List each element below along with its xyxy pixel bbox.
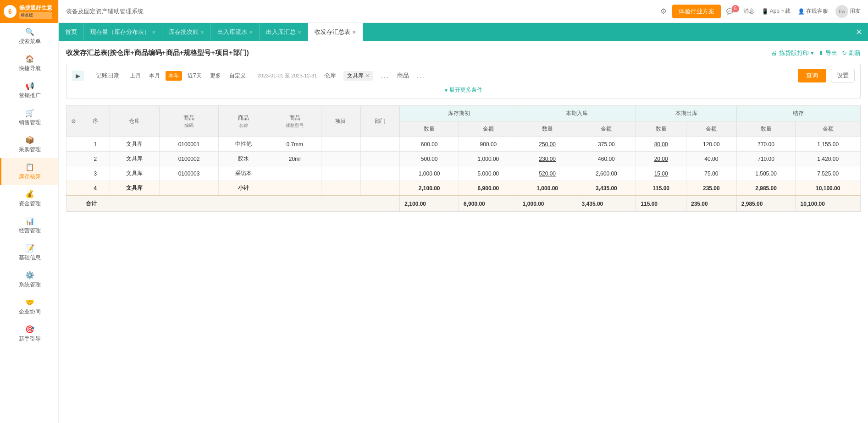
tab-home[interactable]: 首页	[59, 23, 84, 41]
print-button[interactable]: 🖨 拣货版打印 ▾	[771, 49, 814, 57]
col-dept: 部门	[360, 106, 400, 137]
tab-close-stock_dist[interactable]: ✕	[152, 30, 155, 35]
sidebar-item-quicknav[interactable]: 🏠快捷导航	[0, 50, 58, 77]
app-icon: 📱	[762, 8, 768, 15]
footer-balance-qty: 2,985.00	[736, 196, 796, 212]
goods-filter-dots[interactable]: ...	[416, 71, 425, 80]
date-opt-7days[interactable]: 近7天	[185, 71, 205, 81]
row-settings[interactable]	[66, 166, 81, 181]
filter-setting-button[interactable]: 设置	[831, 69, 855, 82]
sidebar-item-purchase[interactable]: 📦采购管理	[0, 131, 58, 158]
row-settings[interactable]	[66, 152, 81, 166]
row-balance-qty: 1,505.00	[736, 166, 796, 181]
trial-button[interactable]: 体验行业方案	[672, 5, 721, 18]
col-project: 项目	[321, 106, 361, 137]
row-warehouse: 文具库	[110, 152, 159, 166]
row-out-qty[interactable]: 20.00	[636, 152, 686, 166]
sidebar-item-system[interactable]: ⚙️系统管理	[0, 266, 58, 293]
date-options: 上月 本月 本年 近7天 更多 自定义	[127, 71, 249, 81]
message-label: 消息	[743, 7, 754, 15]
row-project	[321, 181, 361, 196]
date-opt-last-month[interactable]: 上月	[127, 71, 144, 81]
tabbar: 首页现存量（库存分布表） ✕库存批次账 ✕出入库流水 ✕出入库汇总 ✕收发存汇总…	[59, 23, 868, 41]
tab-stock_dist[interactable]: 现存量（库存分布表） ✕	[84, 23, 162, 41]
col-group-balance: 结存	[736, 106, 860, 121]
sidebar-item-label: 企业协同	[19, 308, 41, 316]
sidebar-item-sales[interactable]: 🛒销售管理	[0, 104, 58, 131]
col-settings[interactable]: ⚙	[66, 106, 81, 137]
sidebar-item-finance[interactable]: 💰资金管理	[0, 185, 58, 212]
footer-row: 合计 2,100.00 6,900.00 1,000.00 3,435.00 1…	[66, 196, 861, 212]
row-in-qty[interactable]: 230.00	[518, 152, 577, 166]
row-opening-qty: 500.00	[400, 152, 459, 166]
row-name: 中性笔	[218, 137, 268, 152]
warehouse-filter-dots[interactable]: ...	[381, 71, 389, 80]
row-settings[interactable]	[66, 181, 81, 196]
footer-opening-amt: 6,900.00	[459, 196, 518, 212]
message-badge: 6	[732, 5, 739, 12]
tab-recv_send[interactable]: 收发存汇总表 ✕	[308, 23, 363, 41]
date-opt-this-month[interactable]: 本月	[146, 71, 163, 81]
user-action[interactable]: Ea 用友	[835, 5, 861, 18]
tab-close-recv_send[interactable]: ✕	[352, 30, 356, 35]
warehouse-filter-label: 仓库	[324, 71, 336, 80]
date-opt-this-year[interactable]: 本年	[166, 71, 182, 81]
query-button[interactable]: 查询	[798, 69, 826, 82]
date-opt-custom[interactable]: 自定义	[227, 71, 249, 81]
sidebar-item-enterprise[interactable]: 🤝企业协同	[0, 293, 58, 320]
expand-filter-row[interactable]: ▾ 展开更多条件	[72, 86, 855, 94]
row-opening-amt: 1,000.00	[459, 152, 518, 166]
sidebar-item-basic[interactable]: 📝基础信息	[0, 239, 58, 266]
row-in-amt: 2,600.00	[577, 166, 636, 181]
refresh-button[interactable]: ↻ 刷新	[842, 49, 861, 57]
table-header-row-1: ⚙ 序 仓库 商品编码 商品名称 商品规格型号 项目 部门 库存期初 本期入库 …	[66, 106, 861, 121]
sidebar-item-label: 经营管理	[19, 227, 41, 235]
message-action[interactable]: 💬 6 消息	[726, 7, 754, 15]
sidebar-item-search[interactable]: 🔍搜索菜单	[0, 23, 58, 50]
warehouse-tag-remove[interactable]: ✕	[365, 73, 370, 79]
date-opt-more[interactable]: 更多	[207, 71, 224, 81]
page-title: 收发存汇总表(按仓库+商品编码+商品+规格型号+项目+部门)	[66, 49, 249, 57]
settings-icon[interactable]: ⚙	[660, 7, 667, 16]
main-area: 装备及固定资产辅助管理系统 ⚙ 体验行业方案 💬 6 消息 📱 App下载 👤 …	[59, 0, 868, 423]
sidebar-item-label: 快捷导航	[19, 65, 41, 72]
row-project	[321, 166, 361, 181]
row-opening-qty: 1,000.00	[400, 166, 459, 181]
row-out-qty[interactable]: 15.00	[636, 166, 686, 181]
service-action[interactable]: 👤 在线客服	[798, 7, 828, 15]
export-button[interactable]: ⬆ 导出	[818, 49, 837, 57]
filter-toggle-btn[interactable]: ▶	[72, 71, 84, 81]
row-settings[interactable]	[66, 137, 81, 152]
tab-close-inout_flow[interactable]: ✕	[249, 30, 253, 35]
page-title-bar: 收发存汇总表(按仓库+商品编码+商品+规格型号+项目+部门) 🖨 拣货版打印 ▾…	[66, 49, 861, 57]
tab-close-batch[interactable]: ✕	[200, 30, 204, 35]
col-opening-qty: 数量	[400, 121, 459, 137]
footer-in-qty: 1,000.00	[518, 196, 577, 212]
row-opening-qty: 2,100.00	[400, 181, 459, 196]
tab-batch[interactable]: 库存批次账 ✕	[162, 23, 211, 41]
sidebar-item-guide[interactable]: 🎯新手引导	[0, 320, 58, 347]
row-opening-amt: 5,000.00	[459, 166, 518, 181]
row-code: 0100003	[160, 166, 219, 181]
tab-inout_sum[interactable]: 出入库汇总 ✕	[260, 23, 308, 41]
close-all-icon[interactable]: ✕	[856, 27, 868, 37]
row-in-qty[interactable]: 520.00	[518, 166, 577, 181]
table-row: 1 文具库 0100001 中性笔 0.7mm 600.00 900.00 25…	[66, 137, 861, 152]
row-out-qty: 115.00	[636, 181, 686, 196]
sidebar-item-marketing[interactable]: 📢营销推广	[0, 77, 58, 104]
sidebar-item-operation[interactable]: 📊经营管理	[0, 212, 58, 239]
tab-inout_flow[interactable]: 出入库流水 ✕	[211, 23, 260, 41]
row-out-qty[interactable]: 80.00	[636, 137, 686, 152]
sidebar-item-inventory[interactable]: 📋库存核算	[0, 158, 58, 185]
tab-label: 首页	[65, 28, 77, 36]
app-download-action[interactable]: 📱 App下载	[762, 7, 791, 15]
expand-filter-label: 展开更多条件	[449, 86, 482, 94]
tab-close-inout_sum[interactable]: ✕	[298, 30, 301, 35]
row-in-qty[interactable]: 250.00	[518, 137, 577, 152]
footer-balance-amt: 10,100.00	[796, 196, 861, 212]
row-opening-amt: 6,900.00	[459, 181, 518, 196]
col-spec: 商品规格型号	[268, 106, 321, 137]
row-in-qty: 1,000.00	[518, 181, 577, 196]
row-dept	[360, 166, 400, 181]
warehouse-filter-tag: 文具库 ✕	[343, 71, 373, 81]
